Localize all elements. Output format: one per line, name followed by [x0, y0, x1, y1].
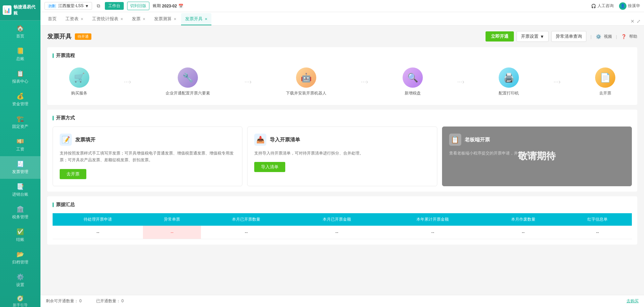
- sidebar-item-settings[interactable]: ⚙️设置: [0, 269, 40, 292]
- restore-tabs-button[interactable]: ⤢: [637, 19, 641, 24]
- step-download-robot[interactable]: 🤖 下载并安装开票机器人: [286, 67, 326, 96]
- close-all-tabs-button[interactable]: ✕: [631, 19, 635, 24]
- help-icon: ❓: [621, 34, 626, 39]
- calendar-icon[interactable]: 📅: [178, 4, 183, 8]
- help-label: 帮助: [629, 34, 637, 39]
- sidebar-label-invoice: 发票管理: [12, 169, 28, 175]
- summary-cell: --: [201, 226, 291, 239]
- step-label-issue-invoice: 去开票: [599, 90, 611, 96]
- method-card-boss-invoice: 📋 老板端开票 查看老板端小程序提交的开票申请，并作出相应处理意见。 敬请期待: [442, 127, 632, 186]
- tab-label-payroll-report: 工资统计报表: [92, 16, 118, 22]
- sidebar-item-payroll[interactable]: 💴工资: [0, 134, 40, 156]
- method-icon-manual-fill: 📝: [60, 134, 72, 146]
- step-config-printer[interactable]: 🖨️ 配置打印机: [499, 67, 519, 96]
- step-buy-service[interactable]: 🛒 购买服务: [69, 67, 89, 96]
- steps-section-title: 开票流程: [53, 53, 632, 59]
- service-button[interactable]: 🎧 人工咨询: [591, 3, 614, 9]
- step-config-elements[interactable]: 🔧 企业开通配置开票六要素: [166, 67, 210, 96]
- period-label: 账期 2023-02 📅: [153, 3, 183, 9]
- close-tab-payroll-report[interactable]: ✕: [120, 17, 123, 21]
- coming-soon-text: 敬请期待: [518, 150, 556, 163]
- method-btn-import-list[interactable]: 导入清单: [254, 162, 285, 172]
- sidebar-item-funds[interactable]: 💰资金管理: [0, 88, 40, 111]
- copy-button[interactable]: ⧉: [95, 2, 101, 9]
- sidebar-item-purchase-sales[interactable]: 📑进销台账: [0, 179, 40, 201]
- step-add-taxbox[interactable]: 🔍 新增税盘: [403, 67, 423, 96]
- main-area: 勿删 江西服堂-LSS ▼ ⧉ 工作台 切到旧版 账期 2023-02 📅 🎧 …: [40, 0, 644, 307]
- dropdown-icon: ▼: [540, 34, 544, 39]
- tab-label-invoice-tool: 发票开具: [185, 16, 203, 22]
- remaining-value: 0: [79, 299, 82, 303]
- tab-invoice-tool[interactable]: 发票开具✕: [181, 13, 211, 25]
- view-label: 视频: [604, 34, 612, 39]
- sidebar-item-archive[interactable]: 📂归档管理: [0, 247, 40, 269]
- step-arrow-3: ···›: [361, 78, 368, 85]
- topbar: 勿删 江西服堂-LSS ▼ ⧉ 工作台 切到旧版 账期 2023-02 📅 🎧 …: [40, 0, 644, 12]
- sidebar-label-tax: 税务管理: [12, 214, 28, 220]
- summary-column-header: 异常单票: [143, 213, 201, 226]
- tab-invoice-tab[interactable]: 发票✕: [128, 13, 149, 25]
- sidebar-label-funds: 资金管理: [12, 101, 28, 107]
- tab-payslip[interactable]: 工资表✕: [61, 13, 87, 25]
- sidebar-item-tax[interactable]: 🏛️税务管理: [0, 201, 40, 224]
- content-area: 发票开具 待开通 立即开通 开票设置 ▼ 异常清单查询 | ⚙️ 视频 | ❓ …: [40, 26, 644, 295]
- close-tab-invoice-tab[interactable]: ✕: [143, 17, 145, 21]
- sidebar-item-assets[interactable]: 🏗️固定资产: [0, 111, 40, 134]
- close-tab-invoice-calc[interactable]: ✕: [174, 17, 176, 21]
- methods-section-title: 开票方式: [53, 115, 632, 121]
- summary-column-header: 待处理开票申请: [53, 213, 143, 226]
- summary-column-header: 红字信息单: [563, 213, 632, 226]
- tab-invoice-calc[interactable]: 发票测算✕: [150, 13, 180, 25]
- user-menu[interactable]: 👤 徐溪华: [619, 2, 640, 10]
- tab-label-home: 首页: [48, 16, 57, 22]
- tabbar: 首页工资表✕工资统计报表✕发票✕发票测算✕发票开具✕ ✕ ⤢: [40, 12, 644, 26]
- sidebar-item-reports[interactable]: 📋报表中心: [0, 66, 40, 88]
- guide-icon: 🧭: [17, 295, 24, 302]
- settings-icon: ⚙️: [17, 273, 24, 281]
- opened-value: 0: [121, 299, 124, 303]
- step-arrow-2: ···›: [244, 78, 252, 85]
- method-title-manual-fill: 发票填开: [75, 137, 95, 143]
- abnormal-list-button[interactable]: 异常清单查询: [551, 31, 586, 42]
- page-header: 发票开具 待开通 立即开通 开票设置 ▼ 异常清单查询 | ⚙️ 视频 | ❓ …: [47, 31, 637, 42]
- tab-label-payslip: 工资表: [65, 16, 79, 22]
- home-icon: 🏠: [17, 25, 24, 32]
- step-arrow-1: ···›: [124, 78, 131, 85]
- method-header-manual-fill: 📝 发票填开: [60, 134, 235, 146]
- logo-icon: 📊: [3, 5, 11, 15]
- status-badge: 待开通: [75, 33, 91, 40]
- switch-version-button[interactable]: 切到旧版: [127, 2, 149, 10]
- company-selector[interactable]: 勿删 江西服堂-LSS ▼: [45, 2, 92, 10]
- ledger-icon: 📒: [17, 47, 24, 55]
- tab-payroll-report[interactable]: 工资统计报表✕: [88, 13, 127, 25]
- method-card-import-list: 📥 导入开票清单 支持导入待开票清单，可对待开票清单进行拆分、合并处理。 导入清…: [247, 127, 437, 186]
- invoice-methods: 📝 发票填开 支持按照发票样式手工填写开发票；可开具增值税电子普通发票、增值税普…: [53, 127, 632, 186]
- method-btn-manual-fill[interactable]: 去开票: [60, 169, 86, 179]
- sidebar-item-settlement[interactable]: ✅结账: [0, 224, 40, 247]
- sidebar-label-assets: 固定资产: [12, 124, 28, 130]
- view-settings-icon: ⚙️: [596, 34, 601, 39]
- sidebar-item-home[interactable]: 🏠首页: [0, 21, 40, 43]
- close-tab-invoice-tool[interactable]: ✕: [205, 17, 207, 21]
- topbar-right: 🎧 人工咨询 👤 徐溪华: [591, 2, 640, 10]
- step-issue-invoice[interactable]: 📄 去开票: [595, 67, 615, 96]
- tab-home[interactable]: 首页: [44, 13, 61, 25]
- step-icon-download-robot: 🤖: [296, 67, 316, 88]
- method-card-manual-fill: 📝 发票填开 支持按照发票样式手工填写开发票；可开具增值税电子普通发票、增值税普…: [53, 127, 242, 186]
- sidebar-label-settings: 设置: [16, 282, 24, 288]
- open-settings-button[interactable]: 开票设置 ▼: [517, 31, 549, 42]
- sidebar-item-invoice[interactable]: 🧾发票管理: [0, 156, 40, 179]
- coming-soon-overlay: 敬请期待: [442, 127, 632, 186]
- step-icon-add-taxbox: 🔍: [403, 67, 423, 88]
- sidebar-item-guide[interactable]: 🧭新手引导: [0, 292, 40, 307]
- payroll-icon: 💴: [17, 138, 24, 145]
- close-tab-payslip[interactable]: ✕: [81, 17, 83, 21]
- sidebar-item-ledger[interactable]: 📒总账: [0, 43, 40, 66]
- period-value: 2023-02: [162, 4, 177, 8]
- buy-link[interactable]: 去购买: [626, 298, 639, 304]
- app-name: 畅捷通易代账: [13, 4, 38, 16]
- step-label-download-robot: 下载并安装开票机器人: [286, 90, 326, 96]
- opened-label: 已开通数量：: [96, 299, 120, 303]
- workbench-button[interactable]: 工作台: [105, 2, 124, 10]
- open-now-button[interactable]: 立即开通: [486, 31, 514, 41]
